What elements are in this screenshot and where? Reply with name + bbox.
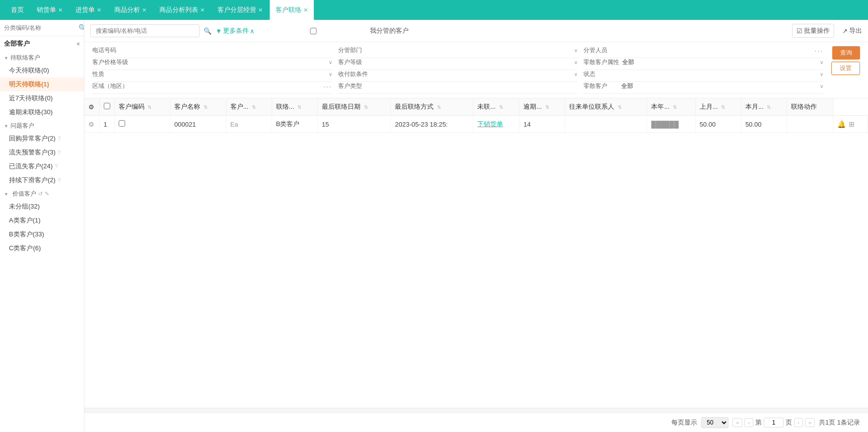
filter-region[interactable]: 区域（地区） ··· [92, 82, 332, 94]
my-customer-check[interactable] [259, 28, 368, 34]
filter-retail-customer[interactable]: 零散客户 全部 ∨ [583, 82, 823, 94]
nav-customer-layered[interactable]: 客户分层经营 ✕ [212, 0, 269, 20]
row-check-cell [114, 116, 170, 133]
filter-nature[interactable]: 性质 ∨ [92, 70, 332, 82]
sidebar-item-abnormal-repurchase[interactable]: 回购异常客户(2) ? [0, 132, 84, 145]
grid-icon[interactable]: ⊞ [849, 120, 855, 128]
sidebar-item-tomorrow-contact[interactable]: 明天待联络(1) [0, 77, 84, 91]
first-page-btn[interactable]: « [732, 418, 742, 427]
group-pending-contact: 待联络客户 [0, 51, 84, 64]
table-footer: 每页显示 50 10 20 100 « ‹ 第 页 › » 共1页 1条记录 [84, 413, 868, 432]
total-records: 共1页 1条记录 [819, 418, 860, 427]
nav-customer-contact[interactable]: 客户联络 ✕ [270, 0, 314, 20]
dots-icon: ··· [814, 47, 823, 55]
top-nav: 首页 销货单 ✕ 进货单 ✕ 商品分析 ✕ 商品分析列表 ✕ 客户分层经营 ✕ … [0, 0, 868, 20]
chevron-down-icon: ∨ [329, 72, 332, 77]
filter-nature-label: 性质 [92, 70, 127, 78]
th-contact-count: 联络... ⇅ [272, 98, 317, 116]
nav-home[interactable]: 首页 [5, 0, 30, 20]
sidebar: 🔍 全部客户 « 待联络客户 今天待联络(0) 明天待联络(1) 近7天待联络(… [0, 20, 84, 432]
row-overdue [565, 116, 647, 133]
my-customer-checkbox[interactable]: 我分管的客户 [259, 26, 409, 35]
nav-sales-order[interactable]: 销货单 ✕ [31, 0, 69, 20]
select-all-checkbox[interactable] [104, 103, 110, 109]
filter-panel: 电话号码 分管部门 ∨ 分管人员 ··· 客户价格等级 [84, 42, 868, 98]
filter-customer-level[interactable]: 客户等级 ∨ [338, 58, 578, 70]
check-icon: ☑ [796, 27, 802, 35]
th-code: 客户编码 ⇅ [114, 98, 170, 116]
chevron-down-icon: ∨ [820, 83, 823, 89]
filter-customer-type: 客户类型 [338, 82, 578, 94]
close-icon[interactable]: ✕ [97, 7, 101, 13]
th-overdue: 逾期... ⇅ [519, 98, 565, 116]
sidebar-item-today-contact[interactable]: 今天待联络(0) [0, 64, 84, 77]
export-btn[interactable]: ↗ 导出 [842, 26, 862, 35]
refresh-icon[interactable]: ↺ [38, 191, 43, 197]
bulk-btn[interactable]: ☑ 批量操作 [792, 24, 834, 38]
next-page-btn[interactable]: › [794, 418, 803, 427]
filter-customer-type-label: 客户类型 [338, 82, 373, 90]
prev-page-btn[interactable]: ‹ [744, 418, 753, 427]
search-icon[interactable]: 🔍 [204, 27, 212, 35]
query-button[interactable]: 查询 [832, 46, 860, 60]
filter-icon: ▼ [216, 27, 222, 35]
close-icon[interactable]: ✕ [58, 7, 63, 13]
sidebar-item-ungrouped[interactable]: 未分组(32) [0, 200, 84, 214]
sort-icon: ⇅ [673, 104, 677, 110]
all-customers-title[interactable]: 全部客户 « [0, 36, 84, 51]
close-icon[interactable]: ✕ [303, 7, 308, 13]
filter-payment[interactable]: 收付款条件 ∨ [338, 70, 578, 82]
edit-icon[interactable]: ✎ [45, 191, 49, 197]
filter-retail-attr[interactable]: 零散客户属性 全部 ∨ [583, 58, 823, 70]
set-button[interactable]: 设置 [831, 62, 860, 75]
search-input[interactable] [90, 24, 200, 37]
filter-customer-level-label: 客户等级 [338, 58, 373, 67]
filter-price-level[interactable]: 客户价格等级 ∨ [92, 58, 332, 70]
row-checkbox[interactable] [119, 120, 125, 127]
sort-icon: ⇅ [252, 104, 256, 110]
filter-status[interactable]: 状态 ∨ [583, 70, 823, 82]
th-gear[interactable]: ⚙ [84, 98, 99, 116]
sidebar-item-class-a[interactable]: A类客户(1) [0, 214, 84, 227]
row-code: 000021 [170, 116, 226, 133]
row-last-method[interactable]: 下销货单 [473, 116, 519, 133]
sidebar-item-week-contact[interactable]: 近7天待联络(0) [0, 91, 84, 105]
nav-product-analysis-list[interactable]: 商品分析列表 ✕ [153, 0, 211, 20]
th-check[interactable] [99, 98, 114, 116]
sidebar-item-overdue-contact[interactable]: 逾期未联络(30) [0, 105, 84, 119]
per-page-select[interactable]: 50 10 20 100 [701, 417, 728, 428]
filter-actions: 查询 设置 [827, 46, 860, 94]
sidebar-item-declining[interactable]: 持续下滑客户(2) ? [0, 173, 84, 187]
sort-icon: ⇅ [297, 104, 301, 110]
collapse-icon: « [76, 40, 80, 47]
sidebar-item-churn-warning[interactable]: 流失预警客户(3) ? [0, 145, 84, 159]
nav-product-analysis[interactable]: 商品分析 ✕ [108, 0, 152, 20]
sidebar-item-class-b[interactable]: B类客户(33) [0, 227, 84, 241]
filter-dept[interactable]: 分管部门 ∨ [338, 46, 578, 58]
toolbar: 🔍 ▼ 更多条件 ∧ 我分管的客户 ☑ 批量操作 ↗ 导出 [84, 20, 868, 42]
close-icon[interactable]: ✕ [200, 7, 205, 13]
filter-retail-customer-label: 零散客户 [583, 82, 618, 90]
page-input[interactable] [764, 418, 784, 428]
sidebar-item-churned[interactable]: 已流失客户(24) ? [0, 159, 84, 173]
last-page-btn[interactable]: » [805, 418, 815, 427]
chevron-down-icon: ∨ [329, 60, 332, 65]
filter-more-btn[interactable]: ▼ 更多条件 ∧ [216, 26, 255, 35]
nav-purchase-order[interactable]: 进货单 ✕ [70, 0, 107, 20]
close-icon[interactable]: ✕ [258, 7, 263, 13]
filter-dept-label: 分管部门 [338, 46, 373, 55]
last-method-link[interactable]: 下销货单 [477, 120, 503, 128]
filter-payment-label: 收付款条件 [338, 70, 373, 78]
sidebar-item-class-c[interactable]: C类客户(6) [0, 241, 84, 255]
th-uncontact: 未联... ⇅ [473, 98, 519, 116]
chevron-down-icon: ∨ [574, 60, 578, 65]
search-icon[interactable]: 🔍 [78, 24, 84, 32]
sidebar-search-input[interactable] [4, 24, 78, 31]
bell-icon[interactable]: 🔔 [837, 120, 846, 128]
row-uncontact: 14 [519, 116, 565, 133]
close-icon[interactable]: ✕ [142, 7, 146, 13]
row-this-month [787, 116, 833, 133]
filter-person[interactable]: 分管人员 ··· [583, 46, 823, 58]
filter-price-level-label: 客户价格等级 [92, 58, 128, 67]
row-gear[interactable]: ⚙ [84, 116, 99, 133]
